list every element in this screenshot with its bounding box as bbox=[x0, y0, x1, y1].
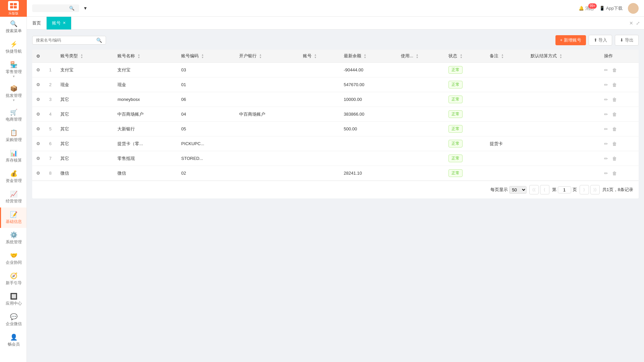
row-gear-3[interactable]: ⚙ bbox=[32, 107, 44, 122]
edit-button-7[interactable]: ✏ bbox=[604, 171, 608, 176]
app-download-button[interactable]: 📱 App下载 bbox=[599, 5, 623, 11]
sidebar-item-capital-mgmt[interactable]: 💰 资金管理 bbox=[0, 167, 26, 187]
row-gear-1[interactable]: ⚙ bbox=[32, 77, 44, 92]
enterprise-wechat-icon: 💬 bbox=[10, 313, 17, 320]
tab-close-all-icon[interactable]: ✕ bbox=[629, 20, 633, 26]
col-header-default-settlement[interactable]: 默认结算方式 ▲▼ bbox=[527, 50, 600, 63]
row-account-type-5: 其它 bbox=[56, 136, 113, 151]
row-num-4: 5 bbox=[44, 122, 56, 136]
sidebar-item-wholesale-mgmt[interactable]: 📦 批发管理 ▼ bbox=[0, 81, 26, 105]
toolbar-right: + 新增账号 ⬆ 导入 ⬇ 导出 bbox=[555, 35, 639, 46]
tab-account-label: 账号 bbox=[52, 20, 61, 26]
content-area: 🔍 + 新增账号 ⬆ 导入 ⬇ 导出 ⚙ 账 bbox=[27, 29, 644, 362]
delete-button-3[interactable]: 🗑 bbox=[612, 112, 617, 117]
tab-account[interactable]: 账号 ✕ bbox=[47, 17, 71, 29]
notification-button[interactable]: 🔔 消息 99+ bbox=[579, 5, 594, 11]
delete-button-2[interactable]: 🗑 bbox=[612, 97, 617, 102]
pagination-prev-button[interactable]: ⟨ bbox=[540, 185, 549, 194]
row-gear-4[interactable]: ⚙ bbox=[32, 122, 44, 136]
sidebar-item-ecommerce-mgmt[interactable]: 🛒 电商管理 bbox=[0, 105, 26, 126]
row-account-code-4: 05 bbox=[177, 122, 235, 136]
col-header-status[interactable]: 状态 ▲▼ bbox=[444, 50, 486, 63]
page-label: 第 bbox=[552, 187, 556, 193]
user-avatar[interactable] bbox=[628, 3, 639, 14]
svg-rect-2 bbox=[10, 6, 13, 8]
row-account-name-5: 提货卡（零... bbox=[113, 136, 177, 151]
sidebar-item-app-center[interactable]: 🔲 应用中心 bbox=[0, 289, 26, 310]
delete-button-4[interactable]: 🗑 bbox=[612, 126, 617, 132]
sidebar-item-search-menu[interactable]: 🔍 搜索菜单 bbox=[0, 17, 26, 37]
row-gear-2[interactable]: ⚙ bbox=[32, 92, 44, 107]
per-page-select[interactable]: 50 20 100 200 bbox=[509, 186, 527, 194]
col-header-bank[interactable]: 开户银行 ▲▼ bbox=[235, 50, 299, 63]
row-account-name-3: 中百商场账户 bbox=[113, 107, 177, 122]
col-header-latest-balance[interactable]: 最新余额 ▲▼ bbox=[340, 50, 397, 63]
col-header-usage[interactable]: 使用... ▲▼ bbox=[397, 50, 444, 63]
row-gear-7[interactable]: ⚙ bbox=[32, 166, 44, 181]
edit-button-4[interactable]: ✏ bbox=[604, 126, 608, 132]
delete-button-7[interactable]: 🗑 bbox=[612, 171, 617, 176]
row-action-0: ✏ 🗑 bbox=[600, 63, 639, 77]
account-search-wrap[interactable]: 🔍 bbox=[32, 36, 106, 45]
sidebar-item-system-mgmt[interactable]: ⚙️ 系统管理 bbox=[0, 228, 26, 248]
col-header-account-code[interactable]: 账号编码 ▲▼ bbox=[177, 50, 235, 63]
tab-home[interactable]: 首页 bbox=[27, 17, 47, 29]
col-header-account-no[interactable]: 账号 ▲▼ bbox=[299, 50, 340, 63]
row-remark-0 bbox=[486, 63, 527, 77]
row-gear-6[interactable]: ⚙ bbox=[32, 151, 44, 166]
pagination-nav-next: ⟩ ⟩⟩ bbox=[580, 185, 600, 194]
page-input[interactable] bbox=[558, 186, 571, 193]
pagination-last-button[interactable]: ⟩⟩ bbox=[590, 185, 600, 194]
edit-button-1[interactable]: ✏ bbox=[604, 82, 608, 87]
dropdown-button[interactable]: ▼ bbox=[83, 6, 88, 11]
delete-button-0[interactable]: 🗑 bbox=[612, 67, 617, 73]
row-latest-balance-3: 383866.00 bbox=[340, 107, 397, 122]
col-header-remark[interactable]: 备注 ▲▼ bbox=[486, 50, 527, 63]
sidebar-item-inventory[interactable]: 📊 库存核算 bbox=[0, 146, 26, 167]
sidebar-item-label: 应用中心 bbox=[6, 301, 22, 306]
row-gear-5[interactable]: ⚙ bbox=[32, 136, 44, 151]
pagination-first-button[interactable]: ⟨⟨ bbox=[529, 185, 539, 194]
add-account-button[interactable]: + 新增账号 bbox=[555, 35, 586, 45]
capital-mgmt-icon: 💰 bbox=[10, 170, 17, 177]
col-header-account-type[interactable]: 账号类型 ▲▼ bbox=[56, 50, 113, 63]
sidebar-item-new-guide[interactable]: 🧭 新手引导 bbox=[0, 269, 26, 289]
delete-button-6[interactable]: 🗑 bbox=[612, 156, 617, 161]
sidebar-item-retail-mgmt[interactable]: 🏪 零售管理 ▼ bbox=[0, 58, 26, 81]
top-search-bar[interactable]: 🔍 bbox=[32, 4, 79, 12]
edit-button-3[interactable]: ✏ bbox=[604, 112, 608, 117]
main-area: 🔍 ▼ 🔔 消息 99+ 📱 App下载 首页 账号 ✕ bbox=[27, 0, 644, 362]
col-header-account-name[interactable]: 账号名称 ▲▼ bbox=[113, 50, 177, 63]
pagination-size: 每页显示 50 20 100 200 bbox=[490, 186, 527, 194]
inventory-icon: 📊 bbox=[10, 149, 17, 157]
row-account-code-5: PICKUPC... bbox=[177, 136, 235, 151]
sidebar-item-enterprise-collab[interactable]: 🤝 企业协同 bbox=[0, 248, 26, 269]
row-gear-0[interactable]: ⚙ bbox=[32, 63, 44, 77]
account-search-input[interactable] bbox=[36, 38, 96, 43]
top-search-input[interactable] bbox=[36, 6, 69, 11]
tab-account-close[interactable]: ✕ bbox=[63, 21, 66, 25]
edit-button-6[interactable]: ✏ bbox=[604, 156, 608, 161]
col-label-usage: 使用... bbox=[401, 53, 413, 58]
sidebar-item-basic-info[interactable]: 📝 基础信息 bbox=[0, 207, 26, 228]
row-remark-6 bbox=[486, 151, 527, 166]
purchase-mgmt-icon: 📋 bbox=[10, 129, 17, 136]
table-row: ⚙ 6 其它 提货卡（零... PICKUPC... 正常 提货卡 ✏ 🗑 bbox=[32, 136, 639, 151]
edit-button-2[interactable]: ✏ bbox=[604, 97, 608, 102]
export-button[interactable]: ⬇ 导出 bbox=[615, 35, 639, 46]
edit-button-5[interactable]: ✏ bbox=[604, 141, 608, 146]
col-header-settings[interactable]: ⚙ bbox=[32, 50, 44, 63]
sidebar-item-label: 搜索菜单 bbox=[6, 28, 22, 34]
sidebar-item-quick-nav[interactable]: ⚡ 快捷导航 bbox=[0, 37, 26, 58]
sidebar-item-purchase-mgmt[interactable]: 📋 采购管理 bbox=[0, 126, 26, 146]
import-button[interactable]: ⬆ 导入 bbox=[589, 35, 612, 46]
edit-button-0[interactable]: ✏ bbox=[604, 67, 608, 73]
sidebar-item-enterprise-wechat[interactable]: 💬 企业微信 bbox=[0, 310, 26, 330]
delete-button-1[interactable]: 🗑 bbox=[612, 82, 617, 87]
tab-expand-icon[interactable]: ⤢ bbox=[636, 20, 640, 26]
sidebar-item-operations-mgmt[interactable]: 📈 经营管理 bbox=[0, 187, 26, 207]
row-default-settlement-7 bbox=[527, 166, 600, 181]
delete-button-5[interactable]: 🗑 bbox=[612, 141, 617, 146]
sidebar-item-member[interactable]: 👤 畅会员 bbox=[0, 330, 26, 351]
pagination-next-button[interactable]: ⟩ bbox=[580, 185, 589, 194]
